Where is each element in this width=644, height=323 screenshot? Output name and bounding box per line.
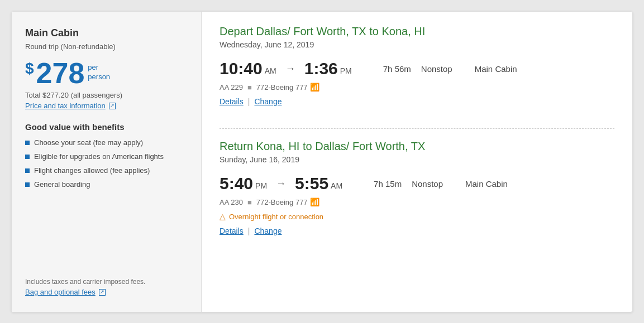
dollar-sign: $ bbox=[25, 60, 34, 78]
outbound-arrive-ampm: PM bbox=[340, 66, 352, 75]
return-info-row: AA 230 ■ 772-Boeing 777 📶 bbox=[220, 197, 614, 206]
return-duration: 7h 15m bbox=[374, 179, 402, 189]
action-separator: | bbox=[248, 97, 250, 106]
outbound-change-link[interactable]: Change bbox=[254, 97, 282, 106]
bag-fees-link[interactable]: Bag and optional fees bbox=[25, 288, 188, 296]
return-actions: Details | Change bbox=[220, 226, 614, 235]
outbound-flight-number: AA 229 bbox=[220, 83, 243, 91]
outbound-depart-time: 10:40 bbox=[220, 59, 263, 78]
sidebar: Main Cabin Round trip (Non-refundable) $… bbox=[12, 12, 202, 312]
bullet-icon bbox=[25, 141, 30, 145]
benefit-item-1: Choose your seat (fee may apply) bbox=[25, 138, 188, 147]
return-arrive-ampm: AM bbox=[331, 181, 342, 190]
return-nonstop: Nonstop bbox=[412, 179, 443, 189]
wifi-icon-2: 📶 bbox=[310, 197, 319, 206]
footer-note: Includes taxes and carrier imposed fees. bbox=[25, 278, 188, 286]
bullet-icon bbox=[25, 168, 30, 173]
overnight-warning-text: Overnight flight or connection bbox=[229, 213, 323, 221]
outbound-flight-section: Depart Dallas/ Fort Worth, TX to Kona, H… bbox=[220, 25, 614, 117]
price-tax-link[interactable]: Price and tax information bbox=[25, 102, 188, 110]
outbound-info-row: AA 229 ■ 772-Boeing 777 📶 bbox=[220, 83, 614, 91]
return-date: Sunday, June 16, 2019 bbox=[220, 155, 614, 164]
main-content: Depart Dallas/ Fort Worth, TX to Kona, H… bbox=[202, 12, 632, 312]
overnight-warning: △ Overnight flight or connection bbox=[220, 212, 614, 221]
return-times-row: 5:40 PM → 5:55 AM 7h 15m Nonstop Main Ca… bbox=[220, 174, 614, 193]
price-amount: 278 bbox=[36, 59, 85, 88]
outbound-details-link[interactable]: Details bbox=[220, 97, 244, 106]
return-flight-section: Return Kona, HI to Dallas/ Fort Worth, T… bbox=[220, 128, 614, 247]
outbound-cabin: Main Cabin bbox=[475, 64, 517, 74]
return-depart-ampm: PM bbox=[255, 181, 267, 190]
return-arrive-time: 5:55 bbox=[295, 174, 328, 193]
per-person-label: per person bbox=[88, 63, 110, 82]
total-price-label: Total $277.20 (all passengers) bbox=[25, 91, 188, 99]
outbound-arrow-icon: → bbox=[285, 63, 295, 75]
outbound-duration: 7h 56m bbox=[383, 64, 411, 74]
outbound-arrive-time: 1:36 bbox=[304, 59, 338, 78]
external-link-icon bbox=[109, 103, 116, 109]
cabin-type-label: Main Cabin bbox=[25, 27, 188, 39]
outbound-route-header: Depart Dallas/ Fort Worth, TX to Kona, H… bbox=[220, 25, 614, 38]
trip-type-label: Round trip (Non-refundable) bbox=[25, 42, 188, 51]
benefits-title: Good value with benefits bbox=[25, 122, 188, 132]
outbound-aircraft: 772-Boeing 777 bbox=[256, 83, 308, 91]
warning-triangle-icon: △ bbox=[220, 212, 226, 221]
outbound-times-row: 10:40 AM → 1:36 PM 7h 56m Nonstop Main C… bbox=[220, 59, 614, 78]
return-details-link[interactable]: Details bbox=[220, 226, 244, 235]
flight-card: Main Cabin Round trip (Non-refundable) $… bbox=[11, 11, 633, 312]
bullet-icon bbox=[25, 182, 30, 187]
return-aircraft: 772-Boeing 777 bbox=[256, 198, 308, 206]
return-route-header: Return Kona, HI to Dallas/ Fort Worth, T… bbox=[220, 140, 614, 153]
action-separator-2: | bbox=[248, 226, 250, 235]
benefit-item-2: Eligible for upgrades on American flight… bbox=[25, 152, 188, 161]
bullet-icon bbox=[25, 155, 30, 159]
return-flight-number: AA 230 bbox=[220, 198, 243, 206]
outbound-nonstop: Nonstop bbox=[421, 64, 452, 74]
outbound-depart-ampm: AM bbox=[265, 66, 276, 75]
external-link-icon-2 bbox=[99, 289, 106, 296]
return-depart-time: 5:40 bbox=[220, 174, 253, 193]
wifi-icon: 📶 bbox=[310, 83, 319, 91]
outbound-actions: Details | Change bbox=[220, 97, 614, 106]
benefit-item-4: General boarding bbox=[25, 180, 188, 189]
outbound-date: Wednesday, June 12, 2019 bbox=[220, 40, 614, 49]
sidebar-footer: Includes taxes and carrier imposed fees.… bbox=[25, 267, 188, 296]
return-cabin: Main Cabin bbox=[465, 179, 508, 189]
benefit-item-3: Flight changes allowed (fee applies) bbox=[25, 166, 188, 175]
return-arrow-icon: → bbox=[276, 178, 286, 190]
price-row: $ 278 per person bbox=[25, 59, 188, 88]
return-change-link[interactable]: Change bbox=[254, 226, 282, 235]
